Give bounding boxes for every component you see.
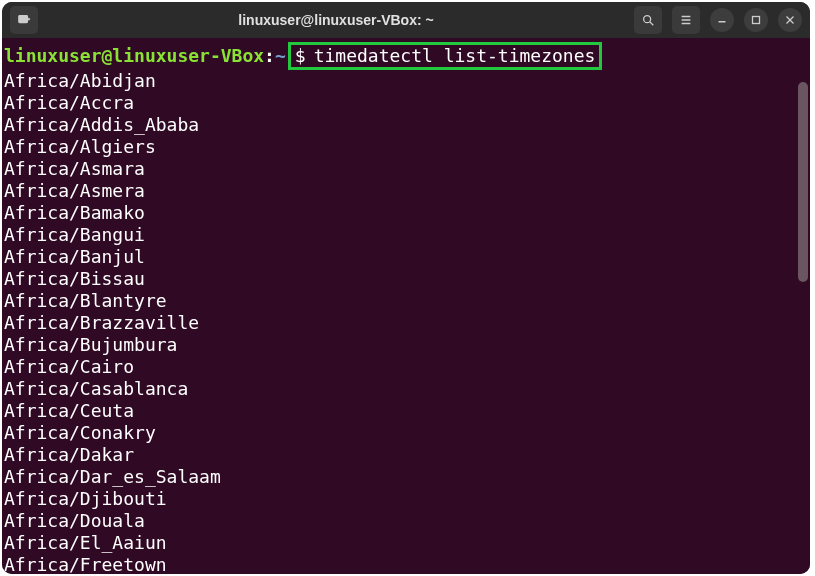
terminal-window: linuxuser@linuxuser-VBox: ~ linuxuser@li…	[2, 2, 810, 574]
prompt-colon: :	[264, 45, 275, 67]
output-line: Africa/Brazzaville	[4, 312, 806, 334]
menu-button[interactable]	[672, 6, 700, 34]
output-line: Africa/Blantyre	[4, 290, 806, 312]
output-line: Africa/Djibouti	[4, 488, 806, 510]
output-line: Africa/Abidjan	[4, 70, 806, 92]
output-line: Africa/Ceuta	[4, 400, 806, 422]
output-line: Africa/El_Aaiun	[4, 532, 806, 554]
command-text: timedatectl list-timezones	[314, 45, 596, 67]
minimize-button[interactable]	[710, 8, 734, 32]
output-line: Africa/Asmera	[4, 180, 806, 202]
output-line: Africa/Bujumbura	[4, 334, 806, 356]
svg-line-2	[650, 22, 654, 26]
search-button[interactable]	[634, 6, 662, 34]
output-line: Africa/Bissau	[4, 268, 806, 290]
prompt-path: ~	[275, 45, 286, 67]
output-line: Africa/Accra	[4, 92, 806, 114]
output-line: Africa/Cairo	[4, 356, 806, 378]
output-line: Africa/Bamako	[4, 202, 806, 224]
scrollbar-thumb[interactable]	[798, 82, 808, 282]
terminal-output: Africa/AbidjanAfrica/AccraAfrica/Addis_A…	[4, 70, 806, 574]
command-highlight-box: $ timedatectl list-timezones	[288, 42, 603, 70]
output-line: Africa/Freetown	[4, 554, 806, 574]
svg-point-1	[644, 16, 651, 23]
output-line: Africa/Douala	[4, 510, 806, 532]
output-line: Africa/Casablanca	[4, 378, 806, 400]
output-line: Africa/Conakry	[4, 422, 806, 444]
new-tab-button[interactable]	[10, 6, 38, 34]
output-line: Africa/Dar_es_Salaam	[4, 466, 806, 488]
maximize-button[interactable]	[744, 8, 768, 32]
output-line: Africa/Banjul	[4, 246, 806, 268]
prompt-userhost: linuxuser@linuxuser-VBox	[4, 45, 264, 67]
svg-rect-7	[753, 17, 760, 24]
svg-rect-0	[19, 16, 28, 23]
prompt-symbol: $	[295, 45, 306, 67]
output-line: Africa/Dakar	[4, 444, 806, 466]
close-button[interactable]	[778, 8, 802, 32]
output-line: Africa/Algiers	[4, 136, 806, 158]
output-line: Africa/Asmara	[4, 158, 806, 180]
output-line: Africa/Addis_Ababa	[4, 114, 806, 136]
window-title: linuxuser@linuxuser-VBox: ~	[44, 12, 628, 28]
terminal-body[interactable]: linuxuser@linuxuser-VBox:~ $ timedatectl…	[2, 38, 810, 574]
prompt-line: linuxuser@linuxuser-VBox:~ $ timedatectl…	[4, 42, 806, 70]
output-line: Africa/Bangui	[4, 224, 806, 246]
titlebar: linuxuser@linuxuser-VBox: ~	[2, 2, 810, 38]
